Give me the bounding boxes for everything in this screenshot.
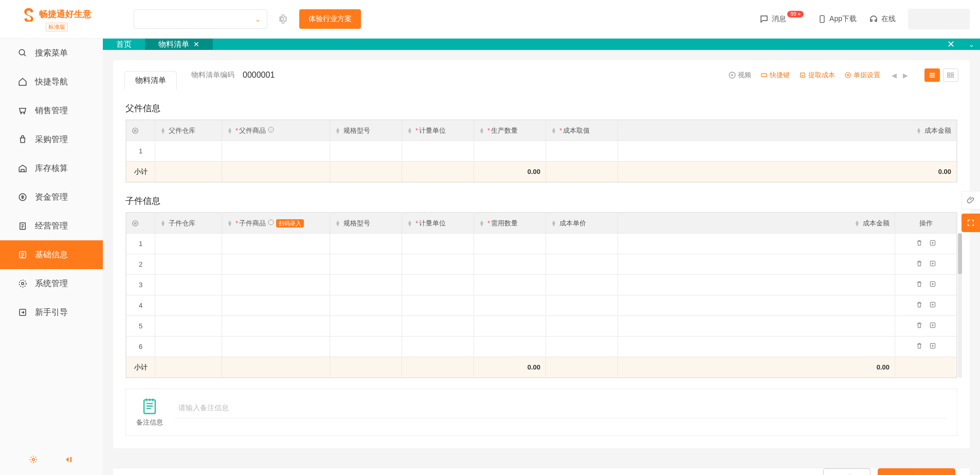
col-child-item[interactable]: ▲▼*子件商品 扫码录入 (222, 213, 330, 234)
tab-home[interactable]: 首页 (103, 39, 145, 50)
sidebar-item-ops[interactable]: 经营管理 (0, 212, 103, 240)
gear-icon (29, 455, 38, 464)
delete-row-button[interactable] (916, 301, 923, 308)
attachment-button[interactable] (961, 191, 980, 209)
col-label: 规格型号 (343, 127, 370, 134)
col-parent-spec[interactable]: ▲▼规格型号 (330, 120, 402, 141)
sidebar-item-purchase[interactable]: 采购管理 (0, 125, 103, 154)
tabbar-more-button[interactable]: ⌄ (963, 39, 980, 50)
remark-input[interactable] (175, 397, 947, 418)
add-row-button[interactable] (929, 280, 936, 288)
add-row-button[interactable] (929, 260, 936, 267)
add-row-button[interactable] (929, 239, 936, 247)
view-grid-button[interactable] (943, 68, 958, 82)
card-tab[interactable]: 物料清单 (124, 71, 177, 90)
vertical-scrollbar[interactable] (958, 233, 962, 378)
collapse-icon (64, 455, 75, 464)
svg-point-1 (19, 49, 25, 55)
sort-icon: ▲▼ (335, 220, 340, 226)
col-label: 成本取值 (563, 127, 590, 134)
tab-bom[interactable]: 物料清单✕ (145, 39, 213, 50)
sidebar-item-guide[interactable]: 新手引导 (0, 298, 103, 327)
logo-text: 畅捷通好生意 (39, 8, 92, 20)
prev-button[interactable]: ◀ (890, 72, 899, 79)
col-parent-unit[interactable]: ▲▼*计量单位 (402, 120, 474, 141)
table-row[interactable]: 6 (126, 337, 957, 357)
save-and-new-button[interactable]: 保存&新增⌄ (878, 468, 955, 475)
warehouse-icon (17, 163, 28, 173)
extract-cost-button[interactable]: 提取成本 (799, 71, 835, 80)
shortcut-button[interactable]: 快捷键 (760, 71, 790, 80)
close-icon[interactable]: ✕ (193, 40, 199, 48)
col-parent-cost-amount[interactable]: ▲▼成本金额 (618, 120, 957, 141)
theme-gear-button[interactable] (29, 455, 38, 464)
scroll-thumb[interactable] (958, 233, 962, 274)
add-row-button[interactable] (929, 342, 936, 349)
sort-icon: ▲▼ (855, 220, 860, 226)
company-selector[interactable]: ⌄ (134, 9, 267, 29)
subtotal-qty: 0.00 (474, 162, 546, 182)
col-parent-cost-basis[interactable]: ▲▼*成本取值 (546, 120, 618, 141)
table-row[interactable]: 1 (126, 234, 957, 254)
sort-icon: ▲▼ (227, 128, 232, 134)
row-ops (895, 254, 957, 275)
scan-badge[interactable]: 扫码录入 (276, 219, 304, 227)
col-parent-item[interactable]: ▲▼*父件商品 ! (222, 120, 330, 141)
messages-button[interactable]: 消息 99 + (759, 14, 806, 24)
col-label: 操作 (919, 219, 933, 227)
bill-settings-button[interactable]: 单据设置 (844, 71, 880, 80)
sidebar-item-quicknav[interactable]: 快捷导航 (0, 67, 103, 96)
add-row-button[interactable] (929, 322, 936, 329)
col-parent-qty[interactable]: ▲▼*生产数量 (474, 120, 546, 141)
delete-row-button[interactable] (916, 342, 923, 349)
settings-gear-button[interactable] (275, 11, 290, 27)
table-config-button[interactable] (126, 213, 155, 234)
col-parent-warehouse[interactable]: ▲▼父件仓库 (155, 120, 222, 141)
svg-point-12 (847, 74, 849, 76)
svg-rect-11 (761, 74, 767, 77)
note-icon (142, 397, 157, 415)
col-child-unit[interactable]: ▲▼*计量单位 (402, 213, 474, 234)
table-row[interactable]: 1 (126, 141, 957, 162)
support-button[interactable]: 在线 (869, 14, 896, 24)
delete-row-button[interactable] (916, 280, 923, 288)
logo-subtitle: 标准版 (46, 23, 68, 31)
delete-row-button[interactable] (916, 239, 923, 247)
sidebar-item-sales[interactable]: 销售管理 (0, 96, 103, 125)
col-child-need-qty[interactable]: ▲▼*需用数量 (474, 213, 546, 234)
add-row-button[interactable] (929, 301, 936, 308)
discard-button[interactable]: 放弃 (823, 468, 870, 475)
sidebar-item-search[interactable]: 搜索菜单 (0, 39, 103, 67)
delete-row-button[interactable] (916, 260, 923, 267)
sidebar-item-system[interactable]: 系统管理 (0, 269, 103, 298)
col-child-spec[interactable]: ▲▼规格型号 (330, 213, 402, 234)
sidebar-item-funds[interactable]: 资金管理 (0, 183, 103, 212)
row-number: 5 (126, 316, 155, 337)
next-button[interactable]: ▶ (901, 72, 910, 79)
view-list-button[interactable] (924, 68, 940, 82)
app-download-button[interactable]: App下载 (818, 14, 857, 24)
col-child-cost-amount[interactable]: ▲▼成本金额 (618, 213, 895, 234)
sidebar-item-label: 新手引导 (35, 307, 68, 318)
table-row[interactable]: 5 (126, 316, 957, 337)
video-label: 视频 (738, 71, 751, 80)
fullscreen-button[interactable] (961, 214, 980, 232)
table-config-button[interactable] (126, 120, 155, 141)
video-help-button[interactable]: 视频 (729, 71, 751, 80)
col-child-warehouse[interactable]: ▲▼子件仓库 (155, 213, 222, 234)
collapse-sidebar-button[interactable] (64, 455, 75, 464)
table-row[interactable]: 4 (126, 295, 957, 316)
tab-label: 物料清单 (158, 40, 189, 49)
col-label: 成本金额 (924, 127, 951, 134)
table-row[interactable]: 3 (126, 275, 957, 295)
cta-button[interactable]: 体验行业方案 (299, 9, 361, 29)
tabbar-close-button[interactable]: ✕ (939, 39, 963, 50)
table-row[interactable]: 2 (126, 254, 957, 275)
form-footer: 放弃 保存&新增⌄ (113, 468, 970, 475)
delete-row-button[interactable] (916, 322, 923, 329)
sidebar-item-label: 采购管理 (35, 134, 68, 145)
sidebar-item-baseinfo[interactable]: 基础信息 (0, 240, 103, 269)
user-avatar[interactable] (908, 9, 970, 29)
col-child-unit-cost[interactable]: ▲▼成本单价 (546, 213, 618, 234)
sidebar-item-inventory[interactable]: 库存核算 (0, 154, 103, 183)
